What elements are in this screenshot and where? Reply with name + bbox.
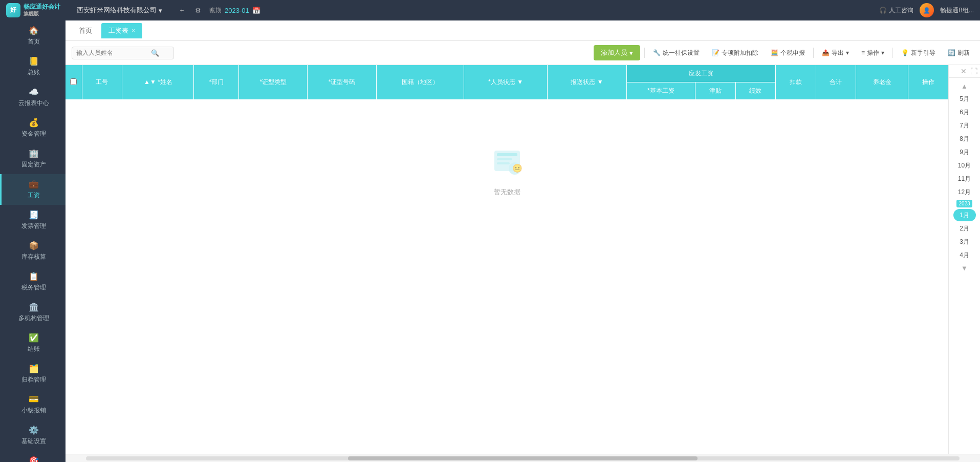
tab-close-icon[interactable]: ×	[132, 27, 135, 34]
sidebar-item-label: 发票管理	[21, 222, 46, 230]
chevron-down-icon: ▾	[159, 7, 162, 14]
search-wrap: 🔍	[72, 47, 174, 59]
search-icon: 🔍	[151, 49, 159, 57]
export-icon: 📤	[822, 49, 830, 56]
refresh-btn[interactable]: 🔄 刷新	[944, 47, 974, 59]
personal-tax-icon: 🧮	[771, 49, 778, 56]
month-item-8[interactable]: 8月	[953, 133, 976, 145]
month-nav-down[interactable]: ▼	[957, 263, 972, 273]
select-all-checkbox[interactable]	[70, 78, 77, 85]
add-person-button[interactable]: 添加人员 ▾	[594, 45, 640, 60]
table-area: 工号 ▲▼ *姓名 *部门 *证型类型 *证型号码 国籍（地区） *人员状态 ▼	[66, 65, 948, 454]
social-insurance-label: 统一社保设置	[663, 49, 700, 57]
sidebar-item-tax[interactable]: 📋 税务管理	[0, 266, 66, 297]
period-label: 账期	[209, 6, 222, 15]
th-id-no: *证型号码	[308, 65, 376, 99]
guide-btn[interactable]: 💡 新手引导	[897, 47, 940, 59]
th-total: 合计	[816, 65, 856, 99]
month-item-4[interactable]: 4月	[953, 249, 976, 261]
special-deduction-btn[interactable]: 📝 专项附加扣除	[708, 47, 763, 59]
month-item-3[interactable]: 3月	[953, 236, 976, 248]
tab-salary[interactable]: 工资表 ×	[101, 23, 142, 38]
topbar-actions: ＋ ⚙	[176, 4, 204, 16]
guide-toolbar-icon: 💡	[901, 49, 909, 56]
sidebar-item-fixed-asset[interactable]: 🏢 固定资产	[0, 143, 66, 174]
right-panel: ✕ ⛶ ▲ 5月 6月 7月 8月 9月 10月 11月 12月 2023 1月…	[948, 65, 980, 454]
cloud-icon: ☁️	[29, 87, 39, 97]
year-label[interactable]: 2023	[956, 200, 972, 207]
month-item-2[interactable]: 2月	[953, 222, 976, 235]
period-value[interactable]: 2023-01	[225, 7, 249, 14]
sidebar-item-home[interactable]: 🏠 首页	[0, 20, 66, 51]
export-btn[interactable]: 📤 导出 ▾	[818, 47, 853, 59]
sidebar-item-cloud-report[interactable]: ☁️ 云报表中心	[0, 82, 66, 113]
month-item-7[interactable]: 7月	[953, 119, 976, 132]
sidebar-item-ledger[interactable]: 📒 总账	[0, 51, 66, 82]
social-insurance-btn[interactable]: 🔧 统一社保设置	[649, 47, 704, 59]
sidebar-item-label: 基础设置	[21, 437, 46, 446]
app-edition: 旗舰版	[24, 10, 60, 17]
personal-tax-btn[interactable]: 🧮 个税申报	[767, 47, 809, 59]
company-selector[interactable]: 西安虾米网络科技有限公司 ▾	[73, 4, 166, 17]
th-action: 操作	[908, 65, 948, 99]
expense-icon: 💳	[29, 394, 39, 404]
settings-icon[interactable]: ⚙	[192, 4, 204, 16]
fixed-asset-icon: 🏢	[29, 149, 39, 158]
sidebar-item-fund[interactable]: 💰 资金管理	[0, 113, 66, 143]
month-item-9[interactable]: 9月	[953, 146, 976, 158]
export-label: 导出	[832, 49, 844, 57]
month-nav-up[interactable]: ▲	[957, 81, 972, 91]
sidebar-item-invoice[interactable]: 🧾 发票管理	[0, 205, 66, 236]
personal-tax-label: 个税申报	[780, 49, 805, 57]
add-person-chevron: ▾	[629, 49, 633, 57]
close-period-icon: ✅	[29, 333, 39, 343]
sidebar-item-close-period[interactable]: ✅ 结账	[0, 328, 66, 359]
month-item-10[interactable]: 10月	[953, 159, 976, 172]
sidebar-item-expense[interactable]: 💳 小畅报销	[0, 389, 66, 420]
panel-expand-icon[interactable]: ⛶	[970, 67, 978, 75]
salary-table: 工号 ▲▼ *姓名 *部门 *证型类型 *证型号码 国籍（地区） *人员状态 ▼	[66, 65, 948, 99]
salary-icon: 💼	[29, 179, 39, 189]
sidebar-item-label: 多机构管理	[18, 314, 49, 323]
month-item-6[interactable]: 6月	[953, 106, 976, 118]
guide-icon: 🎯	[29, 456, 39, 462]
panel-close-icon[interactable]: ✕	[960, 67, 968, 75]
month-item-1[interactable]: 1月	[953, 209, 976, 221]
sidebar-item-label: 结账	[28, 345, 40, 353]
th-number: 工号	[82, 65, 122, 99]
tab-home-label: 首页	[79, 26, 92, 35]
sidebar-item-multi-org[interactable]: 🏛️ 多机构管理	[0, 297, 66, 328]
inventory-icon: 📦	[29, 241, 39, 250]
settings-sidebar-icon: ⚙️	[29, 425, 39, 435]
sidebar-item-guide[interactable]: 🎯 新手引导	[0, 451, 66, 462]
service-button[interactable]: 🎧 人工咨询	[879, 6, 913, 15]
user-avatar[interactable]: 👤	[920, 3, 934, 17]
sidebar-item-label: 云报表中心	[18, 99, 49, 108]
month-item-12[interactable]: 12月	[953, 186, 976, 198]
th-performance: 绩效	[735, 82, 775, 100]
sidebar-item-archive[interactable]: 🗂️ 归档管理	[0, 359, 66, 389]
archive-icon: 🗂️	[29, 364, 39, 373]
empty-illustration: 😐	[487, 140, 528, 181]
th-deduction: 扣款	[775, 65, 816, 99]
sidebar-item-label: 小畅报销	[21, 406, 46, 415]
sidebar-item-settings[interactable]: ⚙️ 基础设置	[0, 420, 66, 451]
month-item-5[interactable]: 5月	[953, 93, 976, 105]
month-item-11[interactable]: 11月	[953, 173, 976, 185]
operations-btn[interactable]: ≡ 操作 ▾	[857, 47, 888, 59]
search-input[interactable]	[76, 49, 148, 56]
sidebar-item-inventory[interactable]: 📦 库存核算	[0, 236, 66, 266]
avatar-icon: 👤	[923, 7, 930, 14]
th-checkbox	[66, 65, 82, 99]
tab-home[interactable]: 首页	[72, 23, 99, 38]
operations-icon: ≡	[861, 49, 865, 56]
home-icon: 🏠	[29, 26, 39, 35]
add-icon[interactable]: ＋	[176, 4, 188, 16]
calendar-icon[interactable]: 📅	[252, 7, 260, 14]
right-panel-header: ✕ ⛶	[949, 65, 980, 78]
fund-icon: 💰	[29, 118, 39, 128]
sidebar-item-salary[interactable]: 💼 工资	[0, 174, 66, 205]
report-filter-icon[interactable]: ▼	[597, 78, 603, 86]
invoice-icon: 🧾	[29, 210, 39, 220]
status-filter-icon[interactable]: ▼	[517, 78, 523, 86]
